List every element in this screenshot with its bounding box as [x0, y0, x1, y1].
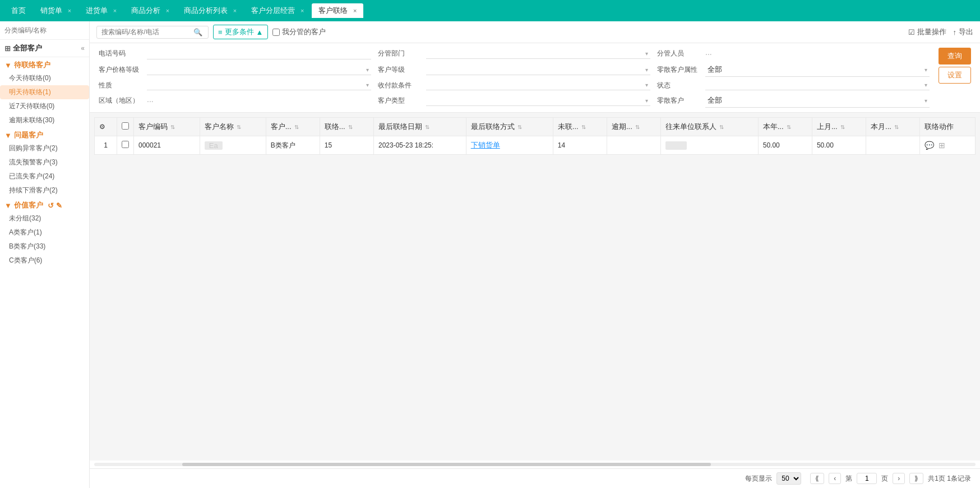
nav-customer-contact-close[interactable]: × [353, 7, 357, 14]
filter-nature-select[interactable] [147, 80, 371, 90]
refresh-icon[interactable]: ↺ [48, 201, 54, 210]
filter-icon: ≡ [218, 28, 223, 36]
col-header-name[interactable]: 客户名称 ⇅ [200, 118, 266, 136]
sidebar-item-churned[interactable]: 已流失客户(24) [0, 169, 89, 183]
filter-phone-input[interactable] [147, 48, 371, 59]
sidebar-item-tomorrow[interactable]: 明天待联络(1) [0, 85, 89, 99]
sidebar-item-churn-warning[interactable]: 流失预警客户(3) [0, 155, 89, 169]
col-header-this-month[interactable]: 本月... ⇅ [866, 118, 920, 136]
col-header-overdue[interactable]: 逾期... ⇅ [607, 118, 660, 136]
col-header-check[interactable] [117, 118, 134, 136]
payment-arrow-icon [645, 82, 648, 88]
nav-purchase-order-close[interactable]: × [113, 7, 117, 14]
my-customers-checkbox-label[interactable]: 我分管的客户 [272, 27, 326, 37]
row-check[interactable] [117, 136, 134, 155]
filter-region-dots[interactable]: ··· [147, 96, 154, 105]
my-customers-checkbox[interactable] [272, 29, 280, 36]
row-checkbox[interactable] [122, 141, 129, 148]
export-btn[interactable]: ↑ 导出 [953, 27, 974, 37]
row-name: Ea [200, 136, 266, 155]
triangle-icon-3: ▼ [4, 201, 12, 210]
query-button[interactable]: 查询 [939, 48, 971, 65]
filter-dept: 分管部门 ▾ [378, 49, 650, 59]
page-number-input[interactable] [857, 473, 877, 484]
horizontal-scrollbar[interactable] [90, 461, 980, 468]
sidebar-all-customers[interactable]: ⊞ 全部客户 « [0, 40, 89, 57]
batch-op-btn[interactable]: ☑ 批量操作 [908, 27, 946, 37]
next-page-btn[interactable]: › [893, 473, 905, 484]
filter-phone-label: 电话号码 [99, 49, 144, 58]
more-filter-btn[interactable]: ≡ 更多条件 ▲ [213, 25, 268, 39]
sidebar-item-overdue[interactable]: 逾期未联络(30) [0, 113, 89, 127]
sidebar-collapse-btn[interactable]: « [81, 44, 85, 52]
col-header-action: 联络动作 [920, 118, 976, 136]
filter-payment-label: 收付款条件 [378, 81, 423, 90]
col-header-settings[interactable]: ⚙ [95, 118, 117, 136]
sidebar-item-ungrouped[interactable]: 未分组(32) [0, 211, 89, 225]
nav-customer-contact[interactable]: 客户联络 × [312, 3, 363, 18]
nav-customer-tiering-close[interactable]: × [301, 7, 304, 14]
col-header-last-month[interactable]: 上月... ⇅ [812, 118, 866, 136]
row-last-date: 2023-05-23 18:25: [374, 136, 466, 155]
grid-action-icon[interactable]: ⊞ [939, 141, 945, 150]
col-header-last-date[interactable]: 最后联络日期 ⇅ [374, 118, 466, 136]
col-header-company-contact[interactable]: 往来单位联系人 ⇅ [661, 118, 759, 136]
filter-price-level-select[interactable] [147, 65, 371, 75]
edit-icon[interactable]: ✎ [56, 201, 62, 210]
main-layout: 🔍 ⊞ 全部客户 « ▼ 待联络客户 今天待联络(0) 明天待联络(1) 近7天… [0, 21, 980, 488]
filter-scatter-attr: 零散客户属性 全部 [657, 63, 930, 77]
settings-button[interactable]: 设置 [939, 67, 971, 84]
filter-cust-level-select[interactable] [426, 65, 650, 75]
nav-product-analysis-list[interactable]: 商品分析列表 × [177, 3, 243, 18]
sidebar-item-declining[interactable]: 持续下滑客户(2) [0, 183, 89, 197]
nature-arrow-icon [366, 82, 369, 88]
col-header-type[interactable]: 客户... ⇅ [266, 118, 320, 136]
last-page-btn[interactable]: ⟫ [909, 473, 923, 484]
filter-status-select[interactable] [705, 80, 930, 90]
main-search-icon[interactable]: 🔍 [193, 28, 202, 36]
scatter-attr-arrow-icon [924, 67, 927, 73]
row-this-month [866, 136, 920, 155]
col-header-code[interactable]: 客户编码 ⇅ [134, 118, 200, 136]
nav-sales-order[interactable]: 销货单 × [34, 3, 78, 18]
sidebar-item-class-a[interactable]: A类客户(1) [0, 225, 89, 240]
batch-icon: ☑ [908, 28, 915, 36]
nav-sales-order-close[interactable]: × [68, 7, 71, 14]
footer-pagination: 每页显示 50 ⟪ ‹ 第 页 › ⟫ 共1页 1条记录 [90, 468, 980, 488]
scrollbar-thumb[interactable] [182, 463, 711, 466]
filter-dept-select[interactable]: ▾ [426, 49, 650, 59]
row-num: 1 [95, 136, 117, 155]
filter-region-label: 区域（地区） [99, 96, 144, 105]
main-search-input[interactable] [101, 28, 191, 36]
nav-product-analysis[interactable]: 商品分析 × [124, 3, 176, 18]
nav-product-analysis-close[interactable]: × [166, 7, 169, 14]
sidebar-item-today[interactable]: 今天待联络(0) [0, 71, 89, 85]
nav-purchase-order[interactable]: 进货单 × [79, 3, 123, 18]
nav-home[interactable]: 首页 [4, 3, 33, 18]
filter-manager-dots[interactable]: ··· [705, 49, 712, 58]
page-size-select[interactable]: 50 [776, 472, 801, 485]
nav-customer-tiering[interactable]: 客户分层经营 × [244, 3, 311, 18]
sidebar-item-repurchase-anomaly[interactable]: 回购异常客户(2) [0, 141, 89, 155]
select-all-checkbox[interactable] [122, 122, 129, 130]
prev-page-btn[interactable]: ‹ [829, 473, 841, 484]
row-company-contact [661, 136, 759, 155]
col-header-this-year[interactable]: 本年... ⇅ [758, 118, 812, 136]
sidebar-item-class-c[interactable]: C类客户(6) [0, 254, 89, 268]
sidebar-item-7days[interactable]: 近7天待联络(0) [0, 99, 89, 113]
col-header-last-method[interactable]: 最后联络方式 ⇅ [466, 118, 553, 136]
col-header-contact[interactable]: 联络... ⇅ [320, 118, 373, 136]
col-header-uncontacted[interactable]: 未联... ⇅ [553, 118, 607, 136]
sort-this-month-icon: ⇅ [894, 124, 899, 130]
filter-scatter-attr-select[interactable]: 全部 [705, 63, 930, 77]
row-overdue [607, 136, 660, 155]
filter-payment-select[interactable] [426, 80, 650, 90]
sidebar-search-input[interactable] [4, 26, 89, 34]
first-page-btn[interactable]: ⟪ [810, 473, 824, 484]
sidebar-item-class-b[interactable]: B类客户(33) [0, 240, 89, 254]
filter-cust-type-select[interactable] [426, 96, 650, 106]
comment-action-icon[interactable]: 💬 [924, 141, 934, 150]
nav-product-analysis-list-close[interactable]: × [233, 7, 237, 14]
row-last-method[interactable]: 下销货单 [466, 136, 553, 155]
filter-scatter-cust-select[interactable]: 全部 [705, 94, 930, 108]
